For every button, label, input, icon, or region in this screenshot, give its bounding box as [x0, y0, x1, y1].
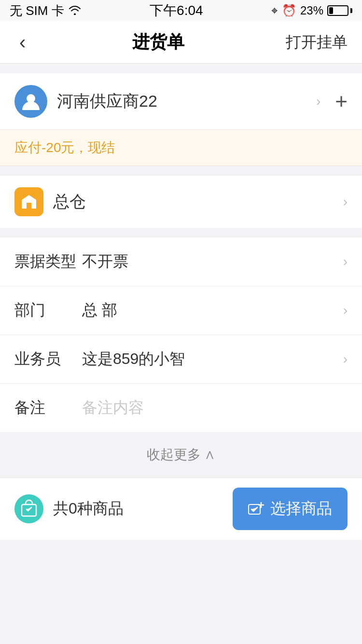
warehouse-section: 总仓 ›: [0, 176, 362, 228]
salesperson-label: 业务员: [14, 349, 82, 370]
time-display: 下午6:04: [150, 1, 203, 20]
notice-bar: 应付-20元，现结: [0, 130, 362, 166]
department-value: 总 部: [82, 300, 338, 321]
salesperson-row[interactable]: 业务员 这是859的小智 ›: [0, 335, 362, 384]
product-count-text: 共0种商品: [53, 498, 233, 519]
gray-filler: [0, 540, 362, 636]
remark-label: 备注: [14, 397, 82, 419]
battery-percent: 23%: [300, 4, 323, 17]
remark-value[interactable]: 备注内容: [82, 397, 348, 419]
collapse-toggle-button[interactable]: 收起更多 ∧: [0, 432, 362, 477]
alarm-icon: ⏰: [282, 4, 296, 17]
form-section: 票据类型 不开票 › 部门 总 部 › 业务员 这是859的小智 › 备注 备注…: [0, 238, 362, 432]
department-chevron-icon: ›: [343, 303, 348, 318]
department-row[interactable]: 部门 总 部 ›: [0, 286, 362, 335]
separator-3: [0, 228, 362, 238]
product-count-icon: [14, 494, 43, 523]
select-product-label: 选择商品: [270, 498, 332, 519]
invoice-type-value: 不开票: [82, 251, 338, 272]
separator-2: [0, 166, 362, 176]
carrier-text: 无 SIM 卡: [10, 2, 64, 19]
page-title: 进货单: [132, 30, 184, 54]
add-supplier-button[interactable]: +: [335, 91, 348, 112]
status-bar-left: 无 SIM 卡: [10, 2, 82, 19]
warehouse-name: 总仓: [53, 191, 343, 213]
status-bar: 无 SIM 卡 下午6:04 ⌖ ⏰ 23%: [0, 0, 362, 21]
warehouse-chevron-icon: ›: [343, 194, 348, 210]
svg-rect-1: [27, 203, 31, 209]
notice-text: 应付-20元，现结: [14, 140, 115, 155]
nav-bar: ‹ 进货单 打开挂单: [0, 21, 362, 64]
salesperson-value: 这是859的小智: [82, 349, 338, 370]
supplier-row[interactable]: 河南供应商22 › +: [0, 73, 362, 130]
invoice-type-row[interactable]: 票据类型 不开票 ›: [0, 238, 362, 286]
warehouse-icon: [14, 187, 43, 216]
select-product-button[interactable]: 选择商品: [233, 488, 348, 530]
supplier-section: 河南供应商22 › + 应付-20元，现结: [0, 73, 362, 166]
remark-row[interactable]: 备注 备注内容: [0, 384, 362, 432]
location-icon: ⌖: [271, 4, 278, 17]
invoice-type-label: 票据类型: [14, 251, 82, 272]
warehouse-row[interactable]: 总仓 ›: [0, 176, 362, 228]
battery-icon: [327, 5, 352, 16]
back-button[interactable]: ‹: [14, 27, 30, 58]
wifi-icon: [68, 3, 82, 18]
open-pending-button[interactable]: 打开挂单: [286, 32, 348, 53]
department-label: 部门: [14, 300, 82, 321]
bottom-bar: 共0种商品 选择商品: [0, 477, 362, 540]
salesperson-chevron-icon: ›: [343, 351, 348, 367]
status-bar-right: ⌖ ⏰ 23%: [271, 4, 352, 17]
supplier-name: 河南供应商22: [57, 90, 316, 112]
supplier-chevron-icon: ›: [316, 94, 320, 109]
supplier-avatar: [14, 85, 47, 118]
separator-1: [0, 64, 362, 73]
invoice-type-chevron-icon: ›: [343, 254, 348, 269]
